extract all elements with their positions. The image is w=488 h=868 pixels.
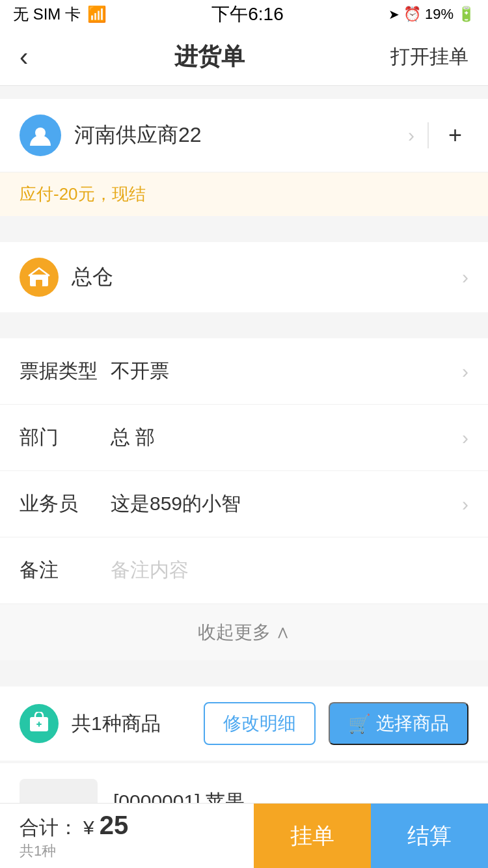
total-prefix: ¥	[83, 817, 94, 839]
invoice-value: 不开票	[98, 358, 462, 385]
add-supplier-button[interactable]: +	[442, 122, 468, 149]
notice-bar: 应付-20元，现结	[0, 172, 488, 216]
section-gap-1	[0, 86, 488, 99]
total-amount: 25	[100, 811, 129, 840]
footer-total-sub: 共1种	[20, 841, 234, 861]
collapse-bar[interactable]: 收起更多 ∧	[0, 604, 488, 660]
page-title: 进货单	[174, 41, 245, 73]
invoice-row[interactable]: 票据类型 不开票 ›	[0, 338, 488, 405]
warehouse-name: 总仓	[72, 263, 462, 292]
settle-label: 结算	[407, 821, 452, 851]
section-gap-4	[0, 660, 488, 673]
invoice-label: 票据类型	[20, 358, 98, 385]
supplier-chevron-icon: ›	[408, 124, 414, 146]
remark-label: 备注	[20, 557, 98, 584]
hang-label: 挂单	[290, 821, 334, 851]
supplier-divider	[427, 122, 429, 148]
dept-row[interactable]: 部门 总 部 ›	[0, 405, 488, 471]
collapse-label: 收起更多 ∧	[198, 622, 291, 642]
location-icon: ➤	[388, 7, 400, 22]
settle-button[interactable]: 结算	[371, 804, 488, 868]
sales-label: 业务员	[20, 491, 98, 517]
dept-chevron-icon: ›	[462, 427, 468, 449]
section-gap-2	[0, 216, 488, 229]
sales-chevron-icon: ›	[462, 493, 468, 515]
battery-icon: 🔋	[457, 6, 475, 23]
carrier-text: 无 SIM 卡	[13, 4, 81, 25]
hang-button[interactable]: 挂单	[254, 804, 371, 868]
edit-detail-button[interactable]: 修改明细	[204, 702, 316, 745]
products-count: 共1种商品	[72, 711, 191, 737]
svg-rect-2	[36, 280, 42, 286]
supplier-row[interactable]: 河南供应商22 › +	[0, 99, 488, 172]
nav-bar: ‹ 进货单 打开挂单	[0, 29, 488, 86]
status-left: 无 SIM 卡 📶	[13, 4, 107, 25]
form-section: 票据类型 不开票 › 部门 总 部 › 业务员 这是859的小智 › 备注 备注…	[0, 338, 488, 603]
products-header: 共1种商品 修改明细 🛒 选择商品	[0, 686, 488, 761]
warehouse-section: 总仓 ›	[0, 242, 488, 312]
notice-text: 应付-20元，现结	[20, 184, 146, 204]
total-label: 合计：	[20, 815, 78, 841]
invoice-chevron-icon: ›	[462, 360, 468, 383]
battery-text: 19%	[425, 6, 454, 23]
select-product-icon: 🛒	[348, 713, 371, 735]
alarm-icon: ⏰	[403, 6, 421, 23]
svg-rect-5	[38, 722, 40, 727]
status-bar: 无 SIM 卡 📶 下午6:16 ➤ ⏰ 19% 🔋	[0, 0, 488, 29]
products-divider	[0, 761, 488, 762]
supplier-name: 河南供应商22	[74, 121, 408, 150]
select-product-label: 选择商品	[376, 711, 449, 736]
dept-value: 总 部	[98, 424, 462, 451]
warehouse-icon	[20, 258, 59, 297]
warehouse-chevron-icon: ›	[462, 266, 468, 288]
sales-value: 这是859的小智	[98, 491, 462, 517]
supplier-section: 河南供应商22 › + 应付-20元，现结	[0, 99, 488, 216]
footer-total: 合计： ¥ 25 共1种	[0, 804, 254, 868]
back-button[interactable]: ‹	[20, 42, 28, 72]
section-gap-3	[0, 312, 488, 325]
remark-row[interactable]: 备注 备注内容	[0, 537, 488, 603]
products-icon	[20, 704, 59, 743]
wifi-icon: 📶	[87, 5, 107, 23]
footer: 合计： ¥ 25 共1种 挂单 结算	[0, 803, 488, 868]
sales-row[interactable]: 业务员 这是859的小智 ›	[0, 471, 488, 537]
select-product-button[interactable]: 🛒 选择商品	[329, 702, 468, 745]
warehouse-row[interactable]: 总仓 ›	[0, 242, 488, 312]
status-right: ➤ ⏰ 19% 🔋	[388, 6, 475, 23]
supplier-avatar	[20, 115, 61, 156]
remark-placeholder[interactable]: 备注内容	[98, 557, 468, 584]
status-time: 下午6:16	[211, 2, 284, 27]
dept-label: 部门	[20, 424, 98, 451]
footer-total-main: 合计： ¥ 25	[20, 811, 234, 841]
open-hang-button[interactable]: 打开挂单	[390, 44, 468, 70]
